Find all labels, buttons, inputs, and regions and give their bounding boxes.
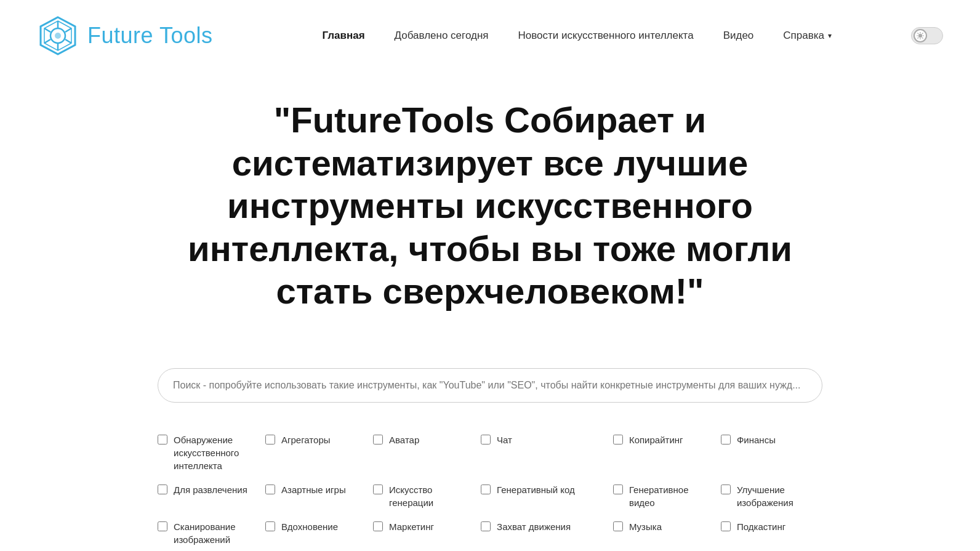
theme-toggle-knob xyxy=(914,29,927,42)
checkbox-item-image_improvement[interactable]: Улучшение изображения xyxy=(721,483,822,509)
search-input[interactable] xyxy=(158,368,822,403)
checkbox-item-image_scanning[interactable]: Сканирование изображений xyxy=(158,520,259,546)
checkbox-label-aggregators: Агрегаторы xyxy=(281,433,330,446)
checkbox-label-finance: Финансы xyxy=(737,433,776,446)
checkbox-label-image_scanning: Сканирование изображений xyxy=(174,520,259,546)
checkbox-label-avatar: Аватар xyxy=(389,433,419,446)
theme-toggle[interactable] xyxy=(911,27,943,44)
checkbox-label-marketing: Маркетинг xyxy=(389,520,434,533)
logo-area: Future Tools xyxy=(37,15,212,57)
checkbox-label-inspiration: Вдохновение xyxy=(281,520,338,533)
svg-line-15 xyxy=(918,33,919,34)
main-nav: Главная Добавлено сегодня Новости искусс… xyxy=(322,30,832,42)
nav-item-added-today[interactable]: Добавлено сегодня xyxy=(395,30,489,42)
checkbox-avatar[interactable] xyxy=(373,435,383,444)
checkbox-art_generation[interactable] xyxy=(373,485,383,494)
checkbox-aggregators[interactable] xyxy=(265,435,275,444)
checkbox-label-motion_capture: Захват движения xyxy=(497,520,571,533)
nav-item-home[interactable]: Главная xyxy=(322,30,364,42)
logo-icon xyxy=(37,15,79,57)
checkbox-image_scanning[interactable] xyxy=(158,521,167,531)
checkbox-finance[interactable] xyxy=(721,435,731,444)
checkbox-item-chat[interactable]: Чат xyxy=(481,433,607,472)
checkbox-item-generative_code[interactable]: Генеративный код xyxy=(481,483,607,509)
checkbox-label-podcasting: Подкастинг xyxy=(737,520,785,533)
checkbox-item-avatar[interactable]: Аватар xyxy=(373,433,475,472)
checkbox-item-marketing[interactable]: Маркетинг xyxy=(373,520,475,546)
checkbox-label-generative_video: Генеративное видео xyxy=(629,483,715,509)
checkbox-label-for_fun: Для развлечения xyxy=(174,483,247,496)
checkbox-ai_detection[interactable] xyxy=(158,435,167,444)
nav-item-help[interactable]: Справка ▾ xyxy=(783,30,832,42)
checkbox-generative_video[interactable] xyxy=(613,485,623,494)
checkbox-inspiration[interactable] xyxy=(265,521,275,531)
checkbox-item-generative_video[interactable]: Генеративное видео xyxy=(613,483,715,509)
svg-line-7 xyxy=(44,39,50,43)
checkbox-label-generative_code: Генеративный код xyxy=(497,483,575,496)
svg-point-10 xyxy=(918,34,922,38)
checkbox-item-aggregators[interactable]: Агрегаторы xyxy=(265,433,367,472)
checkbox-chat[interactable] xyxy=(481,435,491,444)
checkbox-item-podcasting[interactable]: Подкастинг xyxy=(721,520,822,546)
checkbox-item-finance[interactable]: Финансы xyxy=(721,433,822,472)
checkbox-for_fun[interactable] xyxy=(158,485,167,494)
categories-section: Обнаружение искусственного интеллектаАгр… xyxy=(59,433,921,551)
checkbox-label-ai_detection: Обнаружение искусственного интеллекта xyxy=(174,433,259,472)
svg-line-17 xyxy=(922,33,923,34)
checkbox-item-copywriting[interactable]: Копирайтинг xyxy=(613,433,715,472)
checkbox-music[interactable] xyxy=(613,521,623,531)
checkbox-item-inspiration[interactable]: Вдохновение xyxy=(265,520,367,546)
checkbox-podcasting[interactable] xyxy=(721,521,731,531)
checkbox-label-art_generation: Искусство генерации xyxy=(389,483,475,509)
logo-text: Future Tools xyxy=(87,23,212,49)
nav-item-video[interactable]: Видео xyxy=(723,30,754,42)
checkbox-marketing[interactable] xyxy=(373,521,383,531)
hero-title: "FutureTools Собирает и систематизирует … xyxy=(182,99,798,313)
svg-line-8 xyxy=(65,28,71,32)
sun-icon xyxy=(917,32,924,39)
nav-item-ai-news[interactable]: Новости искусственного интеллекта xyxy=(518,30,694,42)
checkbox-item-motion_capture[interactable]: Захват движения xyxy=(481,520,607,546)
checkbox-label-music: Музыка xyxy=(629,520,662,533)
checkbox-item-music[interactable]: Музыка xyxy=(613,520,715,546)
svg-line-16 xyxy=(922,38,923,39)
checkbox-item-for_fun[interactable]: Для развлечения xyxy=(158,483,259,509)
svg-line-6 xyxy=(65,39,71,43)
categories-grid: Обнаружение искусственного интеллектаАгр… xyxy=(121,433,859,551)
checkbox-item-games[interactable]: Азартные игры xyxy=(265,483,367,509)
checkbox-motion_capture[interactable] xyxy=(481,521,491,531)
checkbox-label-image_improvement: Улучшение изображения xyxy=(737,483,822,509)
checkbox-label-chat: Чат xyxy=(497,433,512,446)
checkbox-label-games: Азартные игры xyxy=(281,483,346,496)
checkbox-item-ai_detection[interactable]: Обнаружение искусственного интеллекта xyxy=(158,433,259,472)
hero-section: "FutureTools Собирает и систематизирует … xyxy=(0,62,980,368)
checkbox-generative_code[interactable] xyxy=(481,485,491,494)
svg-point-9 xyxy=(55,33,61,39)
header: Future Tools Главная Добавлено сегодня Н… xyxy=(0,0,980,62)
checkbox-image_improvement[interactable] xyxy=(721,485,731,494)
search-container xyxy=(121,368,859,403)
checkbox-copywriting[interactable] xyxy=(613,435,623,444)
checkbox-games[interactable] xyxy=(265,485,275,494)
checkbox-label-copywriting: Копирайтинг xyxy=(629,433,683,446)
svg-line-18 xyxy=(918,38,919,39)
chevron-down-icon: ▾ xyxy=(828,31,832,40)
checkbox-item-art_generation[interactable]: Искусство генерации xyxy=(373,483,475,509)
svg-line-5 xyxy=(44,28,50,32)
